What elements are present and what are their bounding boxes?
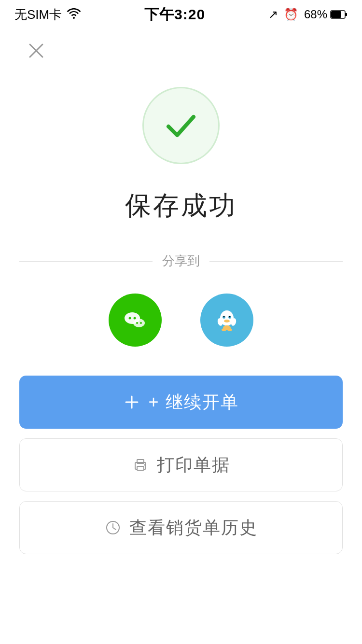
svg-point-10 <box>140 322 142 324</box>
plus-icon <box>123 393 140 411</box>
qq-share-button[interactable] <box>200 294 253 347</box>
svg-line-30 <box>113 528 116 530</box>
print-button[interactable]: 打印单据 <box>19 438 343 491</box>
share-icons <box>19 294 343 347</box>
svg-rect-1 <box>331 11 341 18</box>
share-section: 分享到 <box>19 252 343 347</box>
svg-point-6 <box>129 317 131 320</box>
battery-container: 68% <box>304 8 348 21</box>
success-title: 保存成功 <box>125 188 237 224</box>
alarm-icon: ⏰ <box>284 8 298 21</box>
share-label: 分享到 <box>153 252 209 269</box>
svg-point-16 <box>224 320 230 322</box>
share-divider: 分享到 <box>19 252 343 269</box>
print-label: 打印单据 <box>157 453 230 477</box>
svg-rect-26 <box>137 466 144 470</box>
history-button[interactable]: 查看销货单历史 <box>19 501 343 554</box>
wechat-icon <box>120 305 151 336</box>
svg-point-27 <box>144 464 146 466</box>
print-icon <box>132 456 149 474</box>
wifi-icon <box>67 7 81 22</box>
history-label: 查看销货单历史 <box>129 516 258 540</box>
continue-button[interactable]: + 继续开单 <box>19 376 343 429</box>
status-right: ↗ ⏰ 68% <box>268 8 348 21</box>
main-content: 保存成功 分享到 <box>0 29 362 554</box>
battery-icon <box>330 10 348 19</box>
svg-point-7 <box>134 317 136 320</box>
svg-point-21 <box>227 328 232 331</box>
svg-point-14 <box>223 316 225 318</box>
svg-point-9 <box>136 322 138 324</box>
status-left: 无SIM卡 <box>14 6 81 23</box>
action-buttons: + 继续开单 打印单据 查看销 <box>19 376 343 554</box>
history-icon <box>104 519 122 536</box>
qq-icon <box>211 305 242 336</box>
wechat-share-button[interactable] <box>109 294 162 347</box>
success-circle <box>142 87 220 164</box>
status-time: 下午3:20 <box>144 5 205 25</box>
close-button[interactable] <box>24 39 48 63</box>
continue-label: + 继续开单 <box>148 391 238 414</box>
carrier-text: 无SIM卡 <box>14 6 62 23</box>
battery-percent: 68% <box>304 8 327 21</box>
location-icon: ↗ <box>268 8 278 21</box>
svg-rect-2 <box>345 13 347 16</box>
svg-point-8 <box>133 319 145 327</box>
svg-point-20 <box>222 328 226 331</box>
svg-point-15 <box>229 316 231 318</box>
status-bar: 无SIM卡 下午3:20 ↗ ⏰ 68% <box>0 0 362 29</box>
checkmark-icon <box>162 106 200 145</box>
